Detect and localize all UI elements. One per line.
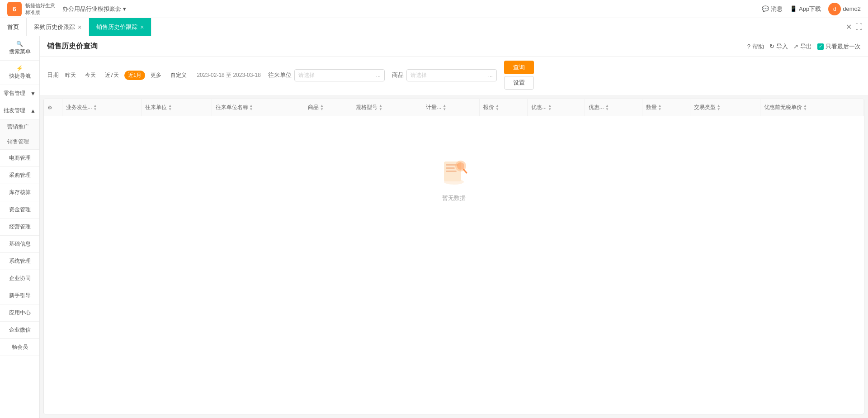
close-sales-tab-icon[interactable]: × xyxy=(140,24,144,30)
empty-illustration xyxy=(436,152,472,189)
product-filter-group: 商品 请选择 ... xyxy=(392,69,497,81)
sidebar-item-sys-mgmt[interactable]: 系统管理 xyxy=(0,253,39,270)
sidebar-item-ecom-mgmt[interactable]: 电商管理 xyxy=(0,150,39,167)
sidebar-item-app-center[interactable]: 应用中心 xyxy=(0,304,39,322)
export-btn[interactable]: ↗ 导出 xyxy=(793,43,812,51)
source-unit-ellipsis: ... xyxy=(376,72,381,78)
top-header: 6 畅捷信好生意 标准版 办公用品行业模拟账套 ▾ 💬 消息 📱 App下载 d… xyxy=(0,0,868,18)
chevron-up-icon: ▲ xyxy=(30,108,36,114)
table-col-discount2[interactable]: 优惠... ▲▼ xyxy=(585,99,642,116)
user-profile[interactable]: d demo2 xyxy=(828,3,861,15)
table-col-trade-type[interactable]: 交易类型 ▲▼ xyxy=(690,99,760,116)
table-col-unit-code[interactable]: 往来单位 ▲▼ xyxy=(142,99,212,116)
main-layout: 🔍 搜索菜单 ⚡ 快捷导航 零售管理 ▼ 批发管理 ▲ 营销推广 销售管理 电商… xyxy=(0,36,868,418)
import-btn[interactable]: ↻ 导入 xyxy=(769,43,788,51)
table-col-unit-name[interactable]: 往来单位名称 ▲▼ xyxy=(212,99,304,116)
sidebar-item-enterprise-wechat[interactable]: 企业微信 xyxy=(0,322,39,339)
message-icon: 💬 xyxy=(762,5,769,12)
sidebar-sub-marketing: 营销推广 销售管理 xyxy=(0,119,39,150)
sidebar-item-member[interactable]: 畅会员 xyxy=(0,339,39,356)
table-col-qty[interactable]: 数量 ▲▼ xyxy=(642,99,690,116)
avatar: d xyxy=(828,3,841,15)
industry-selector[interactable]: 办公用品行业模拟账套 ▾ xyxy=(59,3,130,15)
sidebar-item-new-guide[interactable]: 新手引导 xyxy=(0,287,39,304)
sort-icon: ▲▼ xyxy=(250,104,253,111)
search-button[interactable]: 查询 xyxy=(504,61,534,74)
date-pill-last1m[interactable]: 近1月 xyxy=(124,71,146,80)
sidebar-item-ops-mgmt[interactable]: 经营管理 xyxy=(0,218,39,236)
sort-icon: ▲▼ xyxy=(94,104,97,111)
table-col-unit[interactable]: 计量... ▲▼ xyxy=(422,99,480,116)
sidebar-item-sales-mgmt[interactable]: 销售管理 xyxy=(0,134,39,149)
table-col-biz-date[interactable]: 业务发生... ▲▼ xyxy=(62,99,142,116)
gear-icon: ⚙ xyxy=(47,104,52,111)
chevron-down-icon: ▼ xyxy=(30,90,36,97)
date-pill-more[interactable]: 更多 xyxy=(147,71,165,80)
date-label: 日期 xyxy=(47,71,59,79)
date-pill-custom[interactable]: 自定义 xyxy=(167,71,190,80)
tab-bar-actions: ✕ ⛶ xyxy=(840,18,868,36)
sidebar-item-marketing[interactable]: 营销推广 xyxy=(0,119,39,134)
sidebar-item-quick-nav[interactable]: ⚡ 快捷导航 xyxy=(0,61,39,85)
nav-icon: ⚡ xyxy=(16,65,23,71)
source-unit-filter-group: 往来单位 请选择 ... xyxy=(268,69,385,81)
tab-home[interactable]: 首页 xyxy=(0,18,27,36)
close-all-tabs-icon[interactable]: ✕ xyxy=(846,23,852,31)
table-body: 暂无数据 xyxy=(44,116,864,239)
sidebar-item-finance-mgmt[interactable]: 资金管理 xyxy=(0,201,39,218)
date-pill-last7[interactable]: 近7天 xyxy=(101,71,123,80)
source-unit-input[interactable]: 请选择 ... xyxy=(294,69,385,81)
filter-bar: 日期 昨天 今天 近7天 近1月 更多 自定义 2023-02-18 至 202… xyxy=(40,57,868,95)
product-input[interactable]: 请选择 ... xyxy=(406,69,497,81)
header-left: 6 畅捷信好生意 标准版 办公用品行业模拟账套 ▾ xyxy=(7,2,130,16)
date-pills: 昨天 今天 近7天 近1月 更多 自定义 xyxy=(61,71,190,80)
svg-rect-3 xyxy=(446,167,455,169)
sidebar-item-basic-info[interactable]: 基础信息 xyxy=(0,236,39,253)
table-col-spec[interactable]: 规格型号 ▲▼ xyxy=(352,99,422,116)
source-unit-label: 往来单位 xyxy=(268,71,292,79)
sort-icon: ▲▼ xyxy=(658,104,662,111)
table-col-quote[interactable]: 报价 ▲▼ xyxy=(480,99,528,116)
sort-icon: ▲▼ xyxy=(320,104,324,111)
table-col-gear[interactable]: ⚙ xyxy=(44,99,62,116)
content-area: 销售历史价查询 ? 帮助 ↻ 导入 ↗ 导出 ✓ xyxy=(40,36,868,418)
svg-rect-4 xyxy=(446,171,457,172)
sidebar-item-inventory[interactable]: 库存核算 xyxy=(0,184,39,201)
sort-icon: ▲▼ xyxy=(495,104,499,111)
app-logo: 6 xyxy=(7,2,22,16)
table-col-product[interactable]: 商品 ▲▼ xyxy=(304,99,352,116)
tab-bar: 首页 采购历史价跟踪 × 销售历史价跟踪 × ✕ ⛶ xyxy=(0,18,868,36)
sort-icon: ▲▼ xyxy=(803,104,807,111)
only-last-checkbox[interactable]: ✓ 只看最后一次 xyxy=(817,43,861,51)
data-table: ⚙ 业务发生... ▲▼ 往来单位 ▲▼ xyxy=(44,99,864,238)
sort-icon: ▲▼ xyxy=(605,104,609,111)
close-purchase-tab-icon[interactable]: × xyxy=(78,24,81,30)
sidebar-item-purchase-mgmt[interactable]: 采购管理 xyxy=(0,167,39,184)
header-right: 💬 消息 📱 App下载 d demo2 xyxy=(762,3,861,15)
tab-purchase-history[interactable]: 采购历史价跟踪 × xyxy=(27,18,89,36)
date-pill-yesterday[interactable]: 昨天 xyxy=(61,71,80,80)
maximize-icon[interactable]: ⛶ xyxy=(855,23,863,31)
sidebar-item-retail-mgmt[interactable]: 零售管理 ▼ xyxy=(0,85,39,102)
sidebar-item-enterprise-coop[interactable]: 企业协同 xyxy=(0,270,39,287)
settings-button[interactable]: 设置 xyxy=(504,76,534,90)
app-download-btn[interactable]: 📱 App下载 xyxy=(790,5,821,13)
table-col-pre-tax[interactable]: 优惠前无税单价 ▲▼ xyxy=(760,99,863,116)
date-filter-group: 日期 昨天 今天 近7天 近1月 更多 自定义 2023-02-18 至 202… xyxy=(47,71,261,80)
product-ellipsis: ... xyxy=(488,72,493,78)
sort-icon: ▲▼ xyxy=(443,104,446,111)
sidebar-item-search-menu[interactable]: 🔍 搜索菜单 xyxy=(0,36,39,61)
date-range-display: 2023-02-18 至 2023-03-18 xyxy=(197,71,260,79)
help-btn[interactable]: ? 帮助 xyxy=(747,43,764,51)
table-col-discount1[interactable]: 优惠... ▲▼ xyxy=(528,99,585,116)
date-pill-today[interactable]: 今天 xyxy=(81,71,99,80)
app-name: 畅捷信好生意 标准版 xyxy=(25,2,55,15)
product-label: 商品 xyxy=(392,71,404,79)
message-btn[interactable]: 💬 消息 xyxy=(762,5,783,13)
page-header: 销售历史价查询 ? 帮助 ↻ 导入 ↗ 导出 ✓ xyxy=(40,36,868,57)
tab-sales-history[interactable]: 销售历史价跟踪 × xyxy=(89,18,151,36)
sidebar-item-wholesale-mgmt[interactable]: 批发管理 ▲ xyxy=(0,102,39,119)
sort-icon: ▲▼ xyxy=(717,104,721,111)
chevron-down-icon: ▾ xyxy=(123,5,126,12)
sort-icon: ▲▼ xyxy=(548,104,552,111)
